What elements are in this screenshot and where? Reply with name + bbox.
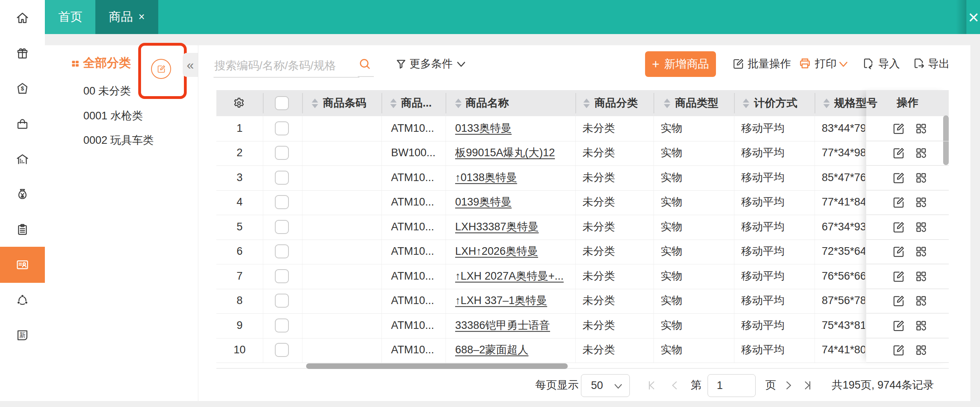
product-name-link[interactable]: ↑0138奥特曼: [455, 170, 517, 185]
prev-page-button[interactable]: [669, 380, 680, 391]
column-header-pricing[interactable]: 计价方式: [754, 96, 797, 110]
tab-products[interactable]: 商品 ×: [95, 0, 158, 34]
row-checkbox[interactable]: [275, 146, 289, 160]
product-name-link[interactable]: ↑LXH 337–1奥特曼: [455, 294, 547, 308]
product-name-link[interactable]: 33386铠甲勇士语音: [455, 318, 550, 332]
row-edit-icon[interactable]: [891, 122, 905, 135]
row-checkbox[interactable]: [275, 195, 289, 209]
category-item[interactable]: 0001 水枪类: [83, 109, 143, 123]
row-checkbox[interactable]: [275, 269, 289, 283]
rail-item-clipboard[interactable]: [15, 222, 30, 237]
category-item[interactable]: 00 未分类: [83, 84, 131, 98]
more-filters-button[interactable]: 更多条件: [409, 56, 453, 71]
more-filters-chevron-icon[interactable]: [456, 60, 466, 69]
product-name-link[interactable]: LXH33387奥特曼: [455, 220, 539, 234]
rail-item-new-badge[interactable]: 新: [15, 328, 30, 343]
search-icon[interactable]: [359, 58, 371, 71]
column-header-code[interactable]: 商品...: [401, 96, 432, 110]
row-checkbox[interactable]: [275, 343, 289, 357]
row-more-grid-icon[interactable]: [914, 220, 928, 234]
row-checkbox[interactable]: [275, 171, 289, 185]
rail-item-product-card[interactable]: [0, 247, 45, 283]
row-edit-icon[interactable]: [891, 343, 905, 357]
tab-home[interactable]: 首页: [45, 0, 95, 34]
product-name-link[interactable]: 0133奥特曼: [455, 121, 512, 135]
product-name-link[interactable]: ↑LXH 2027A奥特曼+...: [455, 269, 564, 283]
cell-type: 实物: [661, 220, 682, 234]
add-product-button[interactable]: + 新增商品: [645, 51, 716, 77]
sort-icon-code[interactable]: [390, 98, 397, 109]
sort-icon-name[interactable]: [455, 98, 462, 109]
row-more-grid-icon[interactable]: [914, 146, 928, 160]
last-page-button[interactable]: [802, 380, 813, 391]
import-icon[interactable]: [861, 56, 875, 70]
row-edit-icon[interactable]: [891, 146, 905, 160]
row-more-grid-icon[interactable]: [914, 343, 928, 357]
category-item[interactable]: 0002 玩具车类: [83, 133, 154, 147]
sort-icon-type[interactable]: [664, 98, 670, 109]
row-edit-icon[interactable]: [891, 171, 905, 185]
export-icon[interactable]: [912, 56, 926, 70]
row-checkbox[interactable]: [275, 220, 289, 234]
column-header-type[interactable]: 商品类型: [675, 96, 718, 110]
product-name-link[interactable]: 0139奥特曼: [455, 195, 512, 210]
rail-item-home[interactable]: [15, 11, 30, 25]
row-checkbox[interactable]: [275, 318, 289, 332]
close-all-tabs-icon[interactable]: ×: [966, 0, 980, 34]
column-header-category[interactable]: 商品分类: [595, 96, 638, 110]
right-scroll-track[interactable]: [970, 34, 980, 407]
rail-item-warehouse[interactable]: [15, 152, 30, 166]
print-button[interactable]: 打印: [815, 56, 837, 71]
next-page-button[interactable]: [783, 380, 794, 391]
print-chevron-icon[interactable]: [838, 61, 849, 68]
batch-edit-icon[interactable]: [732, 57, 744, 70]
column-header-name[interactable]: 商品名称: [466, 96, 509, 110]
sort-icon-barcode[interactable]: [312, 98, 318, 109]
row-edit-icon[interactable]: [891, 319, 905, 332]
select-all-checkbox[interactable]: [275, 96, 289, 110]
row-edit-icon[interactable]: [891, 195, 905, 209]
row-checkbox[interactable]: [275, 244, 289, 258]
category-panel-title[interactable]: 全部分类: [83, 55, 131, 71]
column-header-barcode[interactable]: 商品条码: [323, 96, 366, 110]
vertical-scrollbar-thumb[interactable]: [943, 115, 949, 165]
rail-item-bag[interactable]: [15, 117, 30, 131]
row-more-grid-icon[interactable]: [914, 122, 928, 135]
product-name-link[interactable]: 688–2蒙面超人: [455, 343, 528, 357]
column-header-spec[interactable]: 规格型号: [834, 96, 877, 110]
batch-operations-button[interactable]: 批量操作: [748, 56, 791, 71]
search-input[interactable]: [214, 54, 359, 78]
collapse-panel-button[interactable]: «: [183, 53, 198, 77]
per-page-select[interactable]: 50: [581, 374, 630, 397]
row-more-grid-icon[interactable]: [914, 245, 928, 258]
product-name-link[interactable]: LXH↑2026奥特曼: [455, 244, 538, 259]
rail-item-gift[interactable]: [15, 46, 30, 60]
row-edit-icon[interactable]: [891, 270, 905, 283]
row-checkbox[interactable]: [275, 294, 289, 308]
sort-icon-pricing[interactable]: [743, 98, 749, 109]
row-edit-icon[interactable]: [891, 220, 905, 234]
column-settings-gear-icon[interactable]: [232, 96, 246, 110]
export-button[interactable]: 导出: [928, 56, 950, 71]
page-number-input[interactable]: [708, 374, 756, 397]
rail-item-share-nodes[interactable]: [15, 293, 30, 307]
print-icon[interactable]: [798, 56, 812, 70]
rail-item-money-bag[interactable]: [15, 187, 30, 201]
row-more-grid-icon[interactable]: [914, 294, 928, 308]
sort-icon-category[interactable]: [583, 98, 590, 109]
row-more-grid-icon[interactable]: [914, 171, 928, 185]
sort-icon-spec[interactable]: [823, 98, 830, 109]
row-checkbox[interactable]: [275, 121, 289, 135]
row-edit-icon[interactable]: [891, 294, 905, 308]
rail-item-shop-dollar[interactable]: $: [15, 81, 30, 96]
tab-close-icon[interactable]: ×: [139, 12, 145, 22]
first-page-button[interactable]: [646, 380, 657, 391]
row-more-grid-icon[interactable]: [914, 195, 928, 209]
filter-funnel-icon[interactable]: [395, 58, 407, 70]
horizontal-scrollbar-thumb[interactable]: [306, 363, 568, 369]
row-more-grid-icon[interactable]: [914, 270, 928, 283]
row-edit-icon[interactable]: [891, 245, 905, 258]
product-name-link[interactable]: 板99015A爆丸(大)12: [455, 146, 555, 160]
row-more-grid-icon[interactable]: [914, 319, 928, 332]
import-button[interactable]: 导入: [878, 56, 900, 71]
